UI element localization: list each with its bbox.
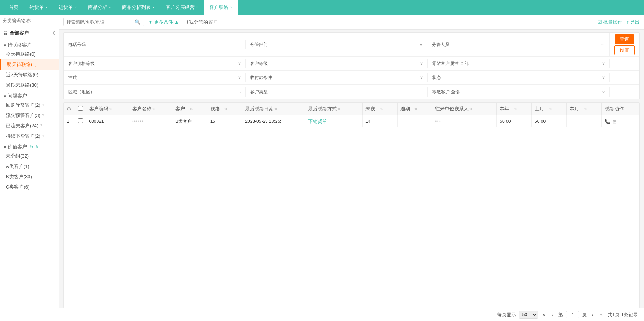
- prev-page-btn[interactable]: ‹: [550, 311, 555, 318]
- export-btn[interactable]: ↑ 导出: [627, 19, 640, 25]
- filter-price-level[interactable]: 客户价格等级 ∨: [64, 59, 246, 68]
- batch-operate-btn[interactable]: ☑ 批量操作: [598, 19, 622, 25]
- nav-sales-order[interactable]: 销货单 ×: [24, 0, 53, 15]
- refresh-icon[interactable]: ↻: [30, 145, 33, 149]
- sidebar-item-a-class[interactable]: A类客户(1): [0, 161, 59, 172]
- nav-close-product-analysis[interactable]: ×: [109, 5, 111, 10]
- filter-retail-attr-label: 零散客户属性 全部: [432, 61, 469, 67]
- filter-panel: 电话号码 分管部门 ∨ 分管人员 ··· 查询 设置: [63, 32, 640, 99]
- col-level[interactable]: 客户...⇅: [172, 103, 207, 115]
- nav-home[interactable]: 首页: [4, 0, 24, 15]
- col-overdue[interactable]: 逾期...⇅: [397, 103, 432, 115]
- filter-customer-level-select: ∨: [275, 61, 423, 66]
- search-input[interactable]: [67, 20, 133, 25]
- filter-manager[interactable]: 分管人员 ···: [427, 40, 609, 49]
- last-method-link[interactable]: 下销货单: [308, 118, 327, 124]
- sidebar-item-b-class[interactable]: B类客户(33): [0, 172, 59, 182]
- nav-customer-contact[interactable]: 客户联络 ×: [204, 0, 237, 15]
- filter-region-label: 区域（地区）: [68, 89, 95, 95]
- cell-level: B类客户: [172, 115, 207, 128]
- nav-close-sales-order[interactable]: ×: [45, 5, 48, 10]
- col-contact-count[interactable]: 联络...⇅: [207, 103, 242, 115]
- select-all-checkbox[interactable]: [78, 106, 83, 111]
- row-checkbox[interactable]: [78, 118, 83, 123]
- filter-row-2: 客户价格等级 ∨ 客户等级 ∨ 零散客户属性 全部 ∨: [64, 57, 639, 71]
- set-button[interactable]: 设置: [614, 45, 635, 55]
- gear-icon[interactable]: ⚙: [67, 106, 71, 112]
- cell-contact-person: •••: [432, 115, 497, 128]
- filter-department[interactable]: 分管部门 ∨: [246, 40, 428, 49]
- query-button[interactable]: 查询: [615, 34, 634, 44]
- cell-last-method[interactable]: 下销货单: [305, 115, 363, 128]
- sidebar-item-repurchase-abnormal[interactable]: 回购异常客户(2) ?: [0, 100, 59, 110]
- col-last-method[interactable]: 最后联络方式⇅: [305, 103, 363, 115]
- qr-icon[interactable]: ⊞: [613, 119, 617, 124]
- filter-dots2: ···: [237, 89, 241, 94]
- col-uncontacted[interactable]: 未联...⇅: [362, 103, 397, 115]
- next-page-btn[interactable]: ›: [590, 311, 595, 318]
- my-customers-check[interactable]: [183, 20, 188, 24]
- filter-retail-attr[interactable]: 零散客户属性 全部 ∨: [428, 59, 610, 68]
- filter-status[interactable]: 状态 ∨: [428, 73, 610, 82]
- col-this-month[interactable]: 本月...⇅: [566, 103, 601, 115]
- help-icon4: ?: [42, 134, 44, 138]
- nav-purchase-order[interactable]: 进货单 ×: [53, 0, 82, 15]
- edit-icon[interactable]: ✎: [35, 145, 39, 149]
- arrow-down-icon2: ▾: [4, 93, 6, 99]
- filter-payment[interactable]: 收付款条件 ∨: [246, 73, 428, 82]
- col-contact-person[interactable]: 往来单位联系人⇅: [432, 103, 497, 115]
- filter-customer-type[interactable]: 客户类型: [246, 87, 428, 97]
- nav-close-customer-contact[interactable]: ×: [230, 5, 232, 10]
- page-input[interactable]: [566, 311, 579, 318]
- more-conditions-btn[interactable]: ▼ 更多条件 ▲: [148, 19, 179, 25]
- filter-nature[interactable]: 性质 ∨: [64, 73, 246, 82]
- cell-checkbox[interactable]: [75, 115, 86, 128]
- first-page-btn[interactable]: «: [541, 311, 547, 318]
- col-name[interactable]: 客户名称⇅: [129, 103, 172, 115]
- sidebar-item-ungrouped[interactable]: 未分组(32): [0, 151, 59, 161]
- filter-retail-customer[interactable]: 零散客户 全部 ∨: [428, 87, 610, 97]
- col-this-year[interactable]: 本年...⇅: [497, 103, 532, 115]
- grid-icon: ☷: [4, 31, 7, 36]
- sidebar-item-tomorrow-pending[interactable]: 明天待联络(1): [0, 59, 59, 70]
- filter-region[interactable]: 区域（地区） ···: [64, 87, 246, 97]
- nav-close-product-analysis-list[interactable]: ×: [152, 5, 154, 10]
- col-gear[interactable]: ⚙: [64, 103, 75, 115]
- col-code[interactable]: 客户编码⇅: [86, 103, 129, 115]
- sidebar-all-customers[interactable]: ☷ 全部客户 《: [0, 27, 59, 39]
- sort-icon-name: ⇅: [152, 107, 155, 111]
- col-last-month[interactable]: 上月...⇅: [532, 103, 567, 115]
- col-checkbox[interactable]: [75, 103, 86, 115]
- nav-product-analysis-list[interactable]: 商品分析列表 ×: [117, 0, 160, 15]
- sidebar-search-input[interactable]: [3, 18, 58, 23]
- filter-customer-level[interactable]: 客户等级 ∨: [246, 59, 428, 68]
- sidebar-section-pending: ▾ 待联络客户: [0, 39, 59, 49]
- filter-phone-label: 电话号码: [68, 42, 90, 48]
- sidebar-item-c-class[interactable]: C类客户(6): [0, 182, 59, 192]
- sidebar-item-churn-warning[interactable]: 流失预警客户(3) ?: [0, 110, 59, 121]
- my-customers-checkbox[interactable]: 我分管的客户: [183, 19, 218, 25]
- cell-this-year: 50.00: [497, 115, 532, 128]
- sidebar-item-declining[interactable]: 持续下滑客户(2) ?: [0, 131, 59, 141]
- table-container: ⚙ 客户编码⇅ 客户名称⇅ 客户...⇅: [63, 102, 640, 308]
- nav-product-analysis[interactable]: 商品分析 ×: [83, 0, 116, 15]
- nav-customer-tier[interactable]: 客户分层经营 ×: [161, 0, 203, 15]
- nav-close-purchase-order[interactable]: ×: [74, 5, 77, 10]
- sidebar-item-churned[interactable]: 已流失客户(24) ?: [0, 121, 59, 131]
- sidebar-item-today-pending[interactable]: 今天待联络(0): [0, 49, 59, 59]
- collapse-icon: 《: [50, 30, 55, 37]
- help-icon: ?: [42, 103, 44, 107]
- nav-close-customer-tier[interactable]: ×: [196, 5, 198, 10]
- search-icon[interactable]: 🔍: [134, 19, 140, 25]
- filter-retail-customer-label: 零散客户 全部: [432, 89, 460, 95]
- phone-icon[interactable]: 📞: [605, 119, 610, 124]
- top-navigation: 首页 销货单 × 进货单 × 商品分析 × 商品分析列表 × 客户分层经营 × …: [0, 0, 644, 15]
- sort-icon-this-month: ⇅: [584, 107, 587, 111]
- chevron-down-icon: ∨: [420, 42, 423, 47]
- sidebar-item-7days-pending[interactable]: 近7天待联络(0): [0, 70, 59, 80]
- per-page-select[interactable]: 50 100 200: [519, 311, 538, 319]
- col-last-date[interactable]: 最后联络日期⇅: [242, 103, 305, 115]
- customer-name-blur: ••••••: [132, 119, 144, 124]
- last-page-btn[interactable]: »: [598, 311, 605, 318]
- sidebar-item-overdue-pending[interactable]: 逾期未联络(30): [0, 80, 59, 90]
